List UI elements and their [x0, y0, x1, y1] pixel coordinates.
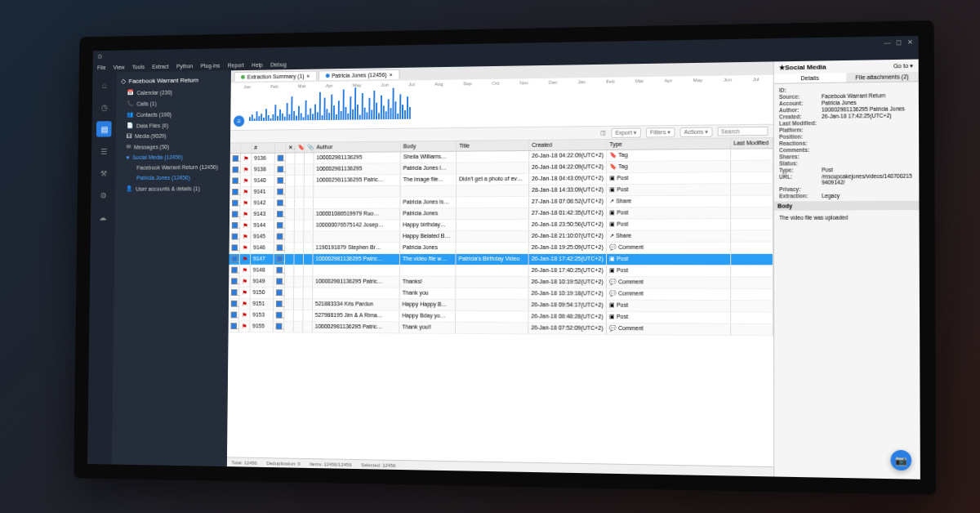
table-row[interactable]: ⚑ 9144 100000076575142 Josep… Happy birt… [229, 219, 773, 232]
detail-field: Extraction:Legacy [779, 192, 914, 199]
rail-tagged[interactable]: ⚒ [96, 165, 111, 181]
data-table: #✕🔖📎AuthorBodyTitleCreatedTypeLast Modif… [227, 138, 773, 466]
timeline-button[interactable]: ≡ [234, 115, 244, 127]
column-header[interactable]: Last Modified [731, 138, 773, 149]
sidebar-item[interactable]: 👤User accounts & details (1) [115, 182, 229, 194]
app-icon: ⊙ [97, 52, 103, 60]
close-icon[interactable]: × [390, 72, 393, 78]
close-icon[interactable]: × [306, 74, 310, 79]
detail-field: Shares: [779, 153, 914, 160]
maximize-icon[interactable]: ◻ [896, 38, 902, 46]
column-header[interactable]: Type [607, 139, 731, 150]
goto-button[interactable]: Go to ▾ [893, 62, 913, 69]
table-row[interactable]: ⚑ 9155 100002981136295 Patric… Thank you… [229, 321, 773, 336]
column-header[interactable]: Created [529, 140, 607, 150]
sidebar-item[interactable]: Facebook Warrant Return (12456) [115, 162, 229, 173]
screenshot-fab[interactable]: 📷 [890, 450, 911, 471]
column-header[interactable]: # [252, 143, 275, 153]
detail-field: Type:Post [779, 166, 914, 172]
sidebar-item[interactable]: Patricia Jones (12456) [115, 172, 229, 184]
column-header[interactable] [230, 143, 241, 153]
sidebar-item[interactable]: ✉Messages (50) [116, 141, 230, 153]
table-row[interactable]: ⚑ 9146 1190191879 Stephen Br… Patricia J… [229, 243, 773, 254]
column-header[interactable]: Author [314, 142, 401, 153]
details-panel: ★ Social Media Go to ▾ DetailsFile attac… [773, 60, 920, 480]
rail-home[interactable]: ⌂ [97, 77, 113, 92]
rail-cloud[interactable]: ☁ [95, 209, 110, 225]
detail-field: Privacy: [779, 185, 914, 192]
tab[interactable]: Extraction Summary (1) × [234, 71, 317, 82]
column-header[interactable]: Body [401, 141, 457, 152]
column-header[interactable]: 📎 [305, 143, 314, 153]
table-row[interactable]: ⚑ 9148 26-Jan-18 17:40:25(UTC+2) ▣ Post [229, 265, 773, 278]
menu-python[interactable]: Python [176, 63, 193, 69]
export-button[interactable]: Export ▾ [611, 127, 641, 137]
search-input[interactable] [718, 127, 768, 136]
table-row[interactable]: ⚑ 9145 Happy Belated B… 26-Jan-18 21:10:… [229, 230, 773, 243]
menu-plug-ins[interactable]: Plug-ins [201, 62, 220, 68]
view-icon[interactable]: ◫ [600, 129, 606, 136]
body-text: The video file was uploaded [779, 212, 914, 222]
menu-debug[interactable]: Debug [270, 61, 287, 67]
sidebar: ◇Facebook Warrant Return 📅Calendar (230)… [112, 70, 231, 466]
menu-help[interactable]: Help [252, 61, 263, 67]
menu-view[interactable]: View [114, 64, 125, 69]
detail-field: Comments: [779, 146, 914, 154]
detail-field: Status: [779, 159, 914, 166]
detail-tab[interactable]: Details [774, 73, 846, 83]
timeline[interactable]: JanFebMarAprMayJunJulAugSepOctNovDecJanF… [230, 75, 773, 131]
column-header[interactable] [241, 143, 252, 153]
body-section: Body [774, 201, 920, 211]
detail-field: URL:/mscupcakejones/videos/1407002159409… [779, 173, 914, 185]
filters-button[interactable]: Filters ▾ [646, 127, 675, 137]
close-icon[interactable]: ✕ [907, 38, 913, 45]
column-header[interactable]: ✕ [286, 143, 296, 153]
table-row[interactable]: ⚑ 9147 100002981136295 Patric… The video… [229, 254, 773, 265]
minimize-icon[interactable]: — [884, 38, 890, 46]
rail-settings[interactable]: ⚙ [96, 187, 111, 203]
column-header[interactable]: 🔖 [296, 143, 305, 153]
sidebar-item[interactable]: ♥Social Media (12456) [116, 151, 230, 163]
menu-tools[interactable]: Tools [132, 64, 145, 69]
menu-extract[interactable]: Extract [152, 63, 168, 69]
menu-file[interactable]: File [97, 65, 105, 70]
rail-timeline[interactable]: ◷ [96, 99, 112, 114]
column-header[interactable] [275, 143, 286, 153]
rail-filesystem[interactable]: ☰ [96, 143, 112, 158]
menu-report[interactable]: Report [228, 62, 244, 68]
detail-tab[interactable]: File attachments (2) [846, 72, 919, 83]
panel-title: ★ [779, 64, 785, 71]
column-header[interactable]: Title [457, 141, 529, 151]
detail-field: Reactions: [779, 139, 914, 146]
actions-button[interactable]: Actions ▾ [680, 127, 713, 137]
tab[interactable]: Patricia Jones (12456) × [318, 69, 400, 80]
rail-analyzed-data[interactable]: ▤ [96, 121, 112, 136]
